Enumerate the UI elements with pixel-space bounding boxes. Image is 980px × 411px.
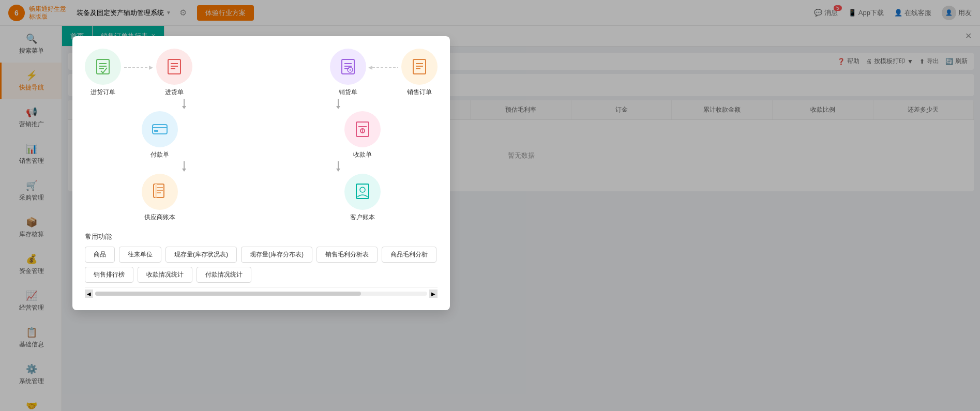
arrow-sales-order-to-receipt (366, 64, 401, 82)
func-btn-partners[interactable]: 往来单位 (119, 247, 161, 263)
svg-point-43 (360, 187, 365, 192)
scroll-right-button[interactable]: ▶ (429, 290, 438, 298)
svg-marker-23 (182, 106, 186, 109)
svg-marker-25 (336, 106, 340, 109)
func-btn-payment-stats[interactable]: 付款情况统计 (197, 267, 251, 283)
func-btn-stock-distribution[interactable]: 现存量(库存分布表) (241, 247, 312, 263)
func-btn-stock-status[interactable]: 现存量(库存状况表) (165, 247, 237, 263)
func-btn-product[interactable]: 商品 (85, 247, 115, 263)
functions-section: 常用功能 商品 往来单位 现存量(库存状况表) 现存量(库存分布表) 销售毛利分… (85, 232, 438, 283)
flow-node-customer-ledger[interactable]: 客户账本 (344, 174, 381, 222)
func-btn-sales-ranking[interactable]: 销售排行榜 (85, 267, 133, 283)
flow-node-supplier-ledger[interactable]: 供应商账本 (142, 174, 178, 222)
flow-top-row: 进货订单 进货单 销货单 (85, 49, 438, 97)
svg-marker-5 (149, 66, 153, 70)
svg-marker-17 (368, 66, 372, 70)
flow-diagram: 进货订单 进货单 销货单 (85, 49, 438, 222)
func-btn-product-margin[interactable]: 商品毛利分析 (382, 247, 436, 263)
flow-node-sales-order[interactable]: 销售订单 (401, 49, 438, 97)
func-btn-receipt-stats[interactable]: 收款情况统计 (138, 267, 192, 283)
quick-nav-popup: 进货订单 进货单 销货单 (72, 36, 450, 310)
flow-node-sales-receipt[interactable]: 销货单 (330, 49, 366, 97)
popup-scrollbar[interactable]: ◀ ▶ (85, 287, 438, 298)
flow-lower-arrows (85, 159, 438, 174)
flow-node-purchase-receipt[interactable]: 进货单 (156, 49, 192, 97)
svg-marker-36 (336, 169, 340, 172)
flow-third-row: 供应商账本 客户账本 (85, 174, 438, 222)
functions-row-1: 商品 往来单位 现存量(库存状况表) 现存量(库存分布表) 销售毛利分析表 商品… (85, 247, 438, 263)
scroll-thumb (95, 292, 361, 296)
svg-rect-38 (155, 184, 157, 197)
svg-rect-26 (153, 125, 167, 134)
flow-node-payment[interactable]: 付款单 (142, 111, 178, 159)
func-btn-sales-margin[interactable]: 销售毛利分析表 (316, 247, 378, 263)
svg-marker-34 (182, 169, 186, 172)
flow-second-row: 付款单 收款单 (85, 111, 438, 159)
functions-title: 常用功能 (85, 232, 438, 241)
scroll-track (95, 292, 427, 296)
svg-rect-28 (154, 130, 158, 132)
flow-middle-arrows (85, 97, 438, 111)
scroll-left-button[interactable]: ◀ (85, 290, 93, 298)
functions-row-2: 销售排行榜 收款情况统计 付款情况统计 (85, 267, 438, 283)
arrow-purchase-order-to-receipt (121, 64, 156, 82)
flow-node-purchase-order[interactable]: 进货订单 (85, 49, 121, 97)
flow-node-receipt[interactable]: 收款单 (344, 111, 381, 159)
